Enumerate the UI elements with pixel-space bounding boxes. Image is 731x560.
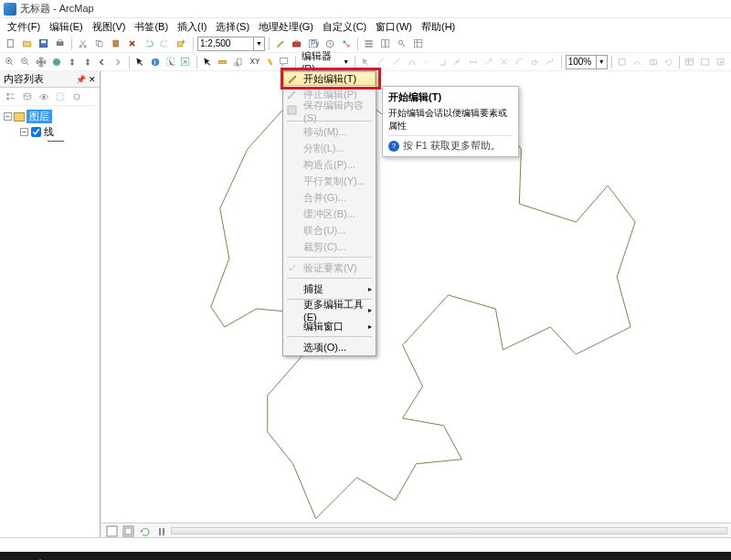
bezier-icon[interactable] <box>544 55 557 69</box>
fixed-zoom-in-icon[interactable] <box>65 55 79 69</box>
collapse-icon[interactable]: − <box>4 112 12 121</box>
midpoint-icon[interactable] <box>451 55 465 69</box>
list-by-selection-icon[interactable] <box>53 90 68 104</box>
paste-button[interactable] <box>109 37 123 51</box>
ctx-options[interactable]: 选项(O)... <box>283 339 376 355</box>
delete-button[interactable] <box>125 37 140 51</box>
arc-icon[interactable] <box>513 55 526 69</box>
layer-symbol[interactable] <box>48 141 64 142</box>
create-features-icon[interactable] <box>715 55 728 69</box>
select-arrow-icon[interactable] <box>201 55 215 69</box>
zoom-pct-input[interactable] <box>567 57 596 67</box>
ctx-snapping[interactable]: 捕捉 <box>283 280 376 297</box>
arcmap-taskbar-icon[interactable] <box>197 556 216 560</box>
edit-annotation-icon[interactable] <box>375 55 388 69</box>
clear-selection-icon[interactable] <box>179 55 193 69</box>
pan-icon[interactable] <box>35 55 48 69</box>
pin-icon[interactable]: 📌 ✕ <box>76 75 96 84</box>
split-tool-icon[interactable] <box>646 55 660 69</box>
scale-combo[interactable]: ▼ <box>197 37 265 51</box>
edit-tool-icon[interactable] <box>359 55 373 69</box>
xy-icon[interactable]: XY <box>247 55 260 69</box>
list-by-drawing-icon[interactable] <box>4 90 18 104</box>
select-elements-icon[interactable] <box>133 55 147 69</box>
rotate-icon[interactable] <box>662 55 675 69</box>
ctx-start-editing[interactable]: 开始编辑(T) <box>283 71 376 86</box>
fixed-zoom-out-icon[interactable] <box>80 55 94 69</box>
print-button[interactable] <box>53 37 68 51</box>
new-button[interactable] <box>4 37 18 51</box>
menu-file[interactable]: 文件(F) <box>4 19 44 35</box>
browser-icon[interactable] <box>115 556 133 560</box>
layer-visible-checkbox[interactable] <box>31 127 41 137</box>
find-icon[interactable] <box>231 55 245 69</box>
identify-icon[interactable]: i <box>148 55 162 69</box>
trace-icon[interactable] <box>420 55 434 69</box>
intersection-icon[interactable] <box>497 55 511 69</box>
table-of-contents-icon[interactable] <box>362 37 376 51</box>
menu-bookmarks[interactable]: 书签(B) <box>131 19 172 35</box>
data-view-tab[interactable] <box>105 524 120 537</box>
list-by-visibility-icon[interactable] <box>37 90 51 104</box>
scale-input[interactable] <box>198 38 253 48</box>
cut-button[interactable] <box>76 37 90 51</box>
menu-customize[interactable]: 自定义(C) <box>319 19 370 35</box>
list-by-source-icon[interactable] <box>20 90 35 104</box>
task-view-icon[interactable] <box>60 556 79 560</box>
scroll-track[interactable] <box>171 527 727 534</box>
hyperlink-icon[interactable] <box>262 55 276 69</box>
scale-dropdown-icon[interactable]: ▼ <box>253 37 264 50</box>
catalog-icon[interactable] <box>378 37 393 51</box>
zoom-in-icon[interactable] <box>4 55 17 69</box>
word-icon[interactable]: W <box>252 556 270 560</box>
pause-drawing-icon[interactable] <box>154 524 169 537</box>
end-point-arc-icon[interactable] <box>405 55 418 69</box>
right-angle-icon[interactable] <box>436 55 450 69</box>
zoom-out-icon[interactable] <box>19 55 33 69</box>
explorer-icon[interactable] <box>143 556 161 560</box>
forward-icon[interactable] <box>111 55 125 69</box>
save-button[interactable] <box>37 37 51 51</box>
full-extent-icon[interactable] <box>49 55 63 69</box>
refresh-icon[interactable] <box>138 524 153 537</box>
map-view[interactable]: 开始编辑(T) 停止编辑(P) 保存编辑内容(S) 移动(M)... 分割(L)… <box>101 71 731 537</box>
menu-geoprocessing[interactable]: 地理处理(G) <box>255 19 317 35</box>
copy-button[interactable] <box>92 37 107 51</box>
edge-icon[interactable] <box>170 556 188 560</box>
back-icon[interactable] <box>96 55 110 69</box>
menu-view[interactable]: 视图(V) <box>89 19 130 35</box>
add-data-button[interactable] <box>175 37 189 51</box>
distance-icon[interactable] <box>467 55 481 69</box>
options-icon[interactable] <box>69 90 84 104</box>
menu-selection[interactable]: 选择(S) <box>212 19 253 35</box>
sketch-props-icon[interactable] <box>699 55 713 69</box>
menu-window[interactable]: 窗口(W) <box>372 19 416 35</box>
editor-toolbar-icon[interactable] <box>273 37 288 51</box>
tangent-icon[interactable] <box>528 55 542 69</box>
measure-icon[interactable] <box>217 55 230 69</box>
collapse-icon[interactable]: − <box>20 128 28 136</box>
start-button[interactable] <box>5 556 24 560</box>
attributes-icon[interactable] <box>683 55 697 69</box>
html-popup-icon[interactable] <box>278 55 291 69</box>
search-icon[interactable] <box>395 37 409 51</box>
cut-polygons-icon[interactable] <box>616 55 630 69</box>
zoom-pct-dropdown-icon[interactable]: ▼ <box>596 56 607 69</box>
file-explorer-icon[interactable] <box>225 556 243 560</box>
zoom-pct-combo[interactable]: ▼ <box>566 55 608 69</box>
open-button[interactable] <box>20 37 35 51</box>
cortana-icon[interactable] <box>88 556 106 560</box>
tree-layer[interactable]: − 线 <box>20 125 96 139</box>
menu-insert[interactable]: 插入(I) <box>174 19 210 35</box>
menu-help[interactable]: 帮助(H) <box>418 19 459 35</box>
straight-segment-icon[interactable] <box>390 55 404 69</box>
menu-edit[interactable]: 编辑(E) <box>46 19 87 35</box>
arccatalog-tree-icon[interactable] <box>411 37 426 51</box>
ctx-windows[interactable]: 编辑窗口 <box>283 318 376 334</box>
direction-icon[interactable] <box>482 55 496 69</box>
search-taskbar-icon[interactable] <box>33 556 51 560</box>
undo-button[interactable] <box>142 37 156 51</box>
redo-button[interactable] <box>158 37 173 51</box>
reshape-icon[interactable] <box>630 55 644 69</box>
select-features-icon[interactable] <box>164 55 177 69</box>
